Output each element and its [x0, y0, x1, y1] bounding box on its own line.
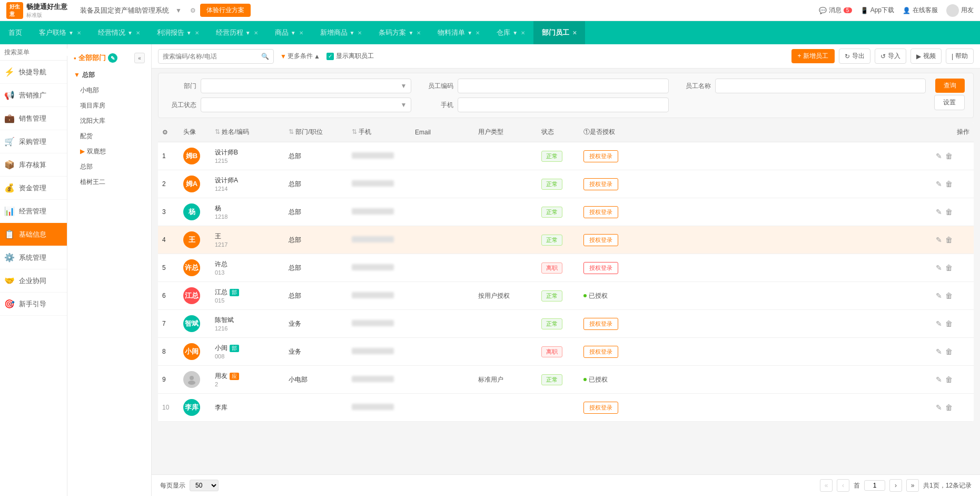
- col-email-cell: [411, 170, 474, 198]
- delete-icon[interactable]: 🗑: [945, 291, 953, 300]
- edit-icon[interactable]: ✎: [936, 291, 942, 300]
- search-bar: 🔍 ▼ 更多条件 ▲ ✓ 显示离职员工 + 新增员工 ↻ 导出 ↺ 导入: [152, 44, 980, 69]
- tab-history[interactable]: 经营历程▼✕: [207, 21, 266, 44]
- dept-node-shuanglu[interactable]: ▶双鹿想: [67, 144, 151, 159]
- delete-icon[interactable]: 🗑: [945, 152, 953, 160]
- experience-button[interactable]: 体验行业方案: [200, 4, 251, 17]
- edit-icon[interactable]: ✎: [936, 375, 942, 384]
- close-icon[interactable]: ✕: [254, 30, 258, 36]
- tab-warehouse[interactable]: 仓库▼✕: [488, 21, 533, 44]
- tab-goods[interactable]: 商品▼✕: [266, 21, 312, 44]
- delete-icon[interactable]: 🗑: [945, 319, 953, 328]
- edit-icon[interactable]: ✎: [936, 208, 942, 216]
- auth-login-button[interactable]: 授权登录: [583, 346, 618, 358]
- sidebar-item-purchase[interactable]: 🛒 采购管理: [0, 130, 67, 153]
- search-input[interactable]: [163, 53, 261, 60]
- add-employee-button[interactable]: + 新增员工: [791, 49, 835, 63]
- edit-icon[interactable]: ✎: [936, 236, 942, 244]
- edit-icon[interactable]: ✎: [936, 403, 942, 412]
- tab-profit[interactable]: 利润报告▼✕: [149, 21, 207, 44]
- delete-icon[interactable]: 🗑: [945, 208, 953, 216]
- dept-node-general[interactable]: ▼总部: [67, 67, 151, 83]
- close-icon[interactable]: ✕: [136, 30, 140, 36]
- gear-icon[interactable]: ⚙: [190, 7, 196, 14]
- last-page-btn[interactable]: »: [906, 479, 919, 492]
- filter-empcode-input[interactable]: [458, 79, 668, 93]
- first-page-btn[interactable]: «: [820, 479, 833, 492]
- close-icon[interactable]: ✕: [358, 30, 362, 36]
- message-button[interactable]: 💬 消息 5: [819, 6, 852, 15]
- tab-customer[interactable]: 客户联络▼✕: [31, 21, 90, 44]
- dept-node-project[interactable]: 项目库房: [67, 98, 151, 113]
- tab-home[interactable]: 首页: [0, 21, 31, 44]
- tab-barcode[interactable]: 条码方案▼✕: [370, 21, 429, 44]
- sidebar-item-system[interactable]: ⚙️ 系统管理: [0, 246, 67, 269]
- auth-login-button[interactable]: 授权登录: [583, 150, 618, 162]
- query-button[interactable]: 查询: [935, 79, 965, 93]
- close-icon[interactable]: ✕: [572, 30, 577, 36]
- import-button[interactable]: ↺ 导入: [875, 48, 906, 64]
- reset-button[interactable]: 设置: [934, 95, 965, 110]
- delete-icon[interactable]: 🗑: [945, 375, 953, 384]
- sidebar-item-inventory[interactable]: 📦 库存核算: [0, 153, 67, 177]
- page-number-input[interactable]: [864, 480, 885, 491]
- filter-dept-select[interactable]: ▼: [201, 79, 411, 93]
- edit-icon[interactable]: ✎: [936, 347, 942, 356]
- close-icon[interactable]: ✕: [417, 30, 421, 36]
- user-area[interactable]: 用友: [946, 4, 974, 17]
- delete-icon[interactable]: 🗑: [945, 403, 953, 412]
- edit-icon[interactable]: ✎: [936, 319, 942, 328]
- app-download-button[interactable]: 📱 App下载: [860, 6, 894, 15]
- more-conditions-btn[interactable]: ▼ 更多条件 ▲: [280, 52, 320, 61]
- dept-node-plant[interactable]: 植树王二: [67, 174, 151, 190]
- sidebar-item-quick[interactable]: ⚡ 快捷导航: [0, 61, 67, 84]
- auth-login-button[interactable]: 授权登录: [583, 234, 618, 246]
- sidebar-item-finance[interactable]: 💰 资金管理: [0, 177, 67, 200]
- close-icon[interactable]: ✕: [77, 30, 81, 36]
- sidebar-item-sales[interactable]: 💼 销售管理: [0, 107, 67, 130]
- close-icon[interactable]: ✕: [521, 30, 525, 36]
- edit-icon[interactable]: ✎: [936, 264, 942, 272]
- help-button[interactable]: | 帮助: [946, 48, 974, 64]
- export-button[interactable]: ↻ 导出: [839, 48, 870, 64]
- tab-new-goods[interactable]: 新增商品▼✕: [312, 21, 371, 44]
- tab-operations[interactable]: 经营情况▼✕: [90, 21, 149, 44]
- auth-login-button[interactable]: 授权登录: [583, 318, 618, 330]
- delete-icon[interactable]: 🗑: [945, 264, 953, 272]
- auth-login-button[interactable]: 授权登录: [583, 206, 618, 218]
- filter-status-select[interactable]: ▼: [201, 98, 411, 112]
- view-button[interactable]: ▶ 视频: [910, 48, 942, 64]
- auth-login-button[interactable]: 授权登录: [583, 262, 618, 274]
- delete-icon[interactable]: 🗑: [945, 180, 953, 188]
- dept-node-distribution[interactable]: 配货: [67, 129, 151, 144]
- close-icon[interactable]: ✕: [299, 30, 303, 36]
- prev-page-btn[interactable]: ‹: [837, 479, 849, 492]
- dept-tree-collapse-btn[interactable]: «: [134, 53, 145, 63]
- sidebar-item-marketing[interactable]: 📢 营销推广: [0, 84, 67, 107]
- dept-edit-icon[interactable]: ✎: [108, 53, 117, 63]
- close-icon[interactable]: ✕: [195, 30, 199, 36]
- sidebar-item-basic[interactable]: 📋 基础信息: [0, 223, 67, 246]
- edit-icon[interactable]: ✎: [936, 180, 942, 188]
- sidebar-item-collab[interactable]: 🤝 企业协同: [0, 269, 67, 293]
- sidebar-item-operations[interactable]: 📊 经营管理: [0, 200, 67, 223]
- delete-icon[interactable]: 🗑: [945, 236, 953, 244]
- dept-node-headquarter[interactable]: 总部: [67, 159, 151, 174]
- auth-login-button[interactable]: 授权登录: [583, 402, 618, 414]
- delete-icon[interactable]: 🗑: [945, 347, 953, 356]
- online-service-button[interactable]: 👤 在线客服: [903, 6, 938, 15]
- close-icon[interactable]: ✕: [476, 30, 480, 36]
- next-page-btn[interactable]: ›: [889, 479, 902, 492]
- tab-bom[interactable]: 物料清单▼✕: [429, 21, 488, 44]
- page-size-select[interactable]: 50 100: [190, 480, 219, 491]
- auth-login-button[interactable]: 授权登录: [583, 178, 618, 190]
- dept-node-shenyang[interactable]: 沈阳大库: [67, 113, 151, 129]
- edit-icon[interactable]: ✎: [936, 152, 942, 160]
- tab-employees[interactable]: 部门员工✕: [533, 21, 585, 44]
- filter-empname-input[interactable]: [715, 79, 926, 93]
- show-resigned-toggle[interactable]: ✓ 显示离职员工: [326, 52, 374, 61]
- dept-node-electronics[interactable]: 小电部: [67, 83, 151, 98]
- sidebar-item-guide[interactable]: 🎯 新手引导: [0, 293, 67, 316]
- filter-phone-input[interactable]: [458, 98, 668, 112]
- system-dropdown-arrow[interactable]: ▼: [175, 7, 182, 14]
